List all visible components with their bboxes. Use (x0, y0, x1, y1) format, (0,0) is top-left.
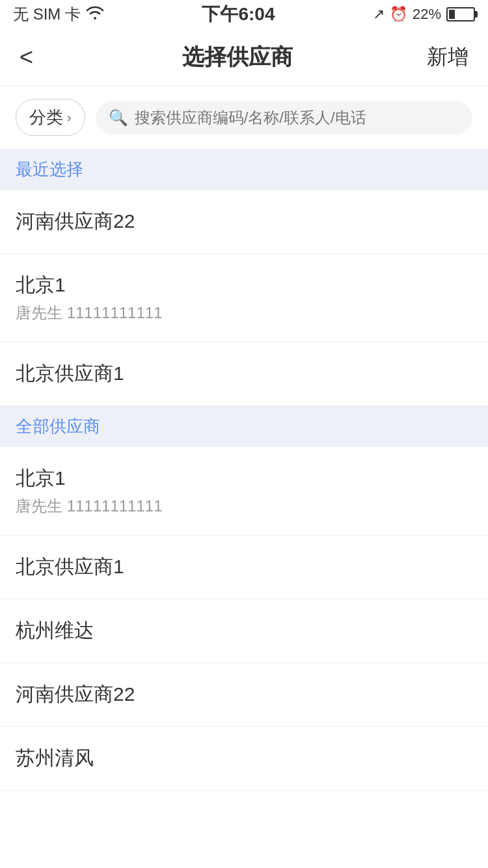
item-name: 北京1 (16, 465, 472, 492)
list-item[interactable]: 河南供应商22 (0, 663, 488, 727)
category-label: 分类 (29, 106, 63, 129)
battery-percent: 22% (413, 6, 441, 23)
list-item[interactable]: 苏州清风 (0, 727, 488, 791)
battery-icon (446, 7, 475, 21)
status-right: ↗ ⏰ 22% (373, 6, 475, 23)
item-name: 北京供应商1 (16, 360, 472, 387)
search-icon: 🔍 (109, 109, 128, 127)
add-button[interactable]: 新增 (416, 43, 468, 72)
list-item[interactable]: 北京1唐先生 11111111111 (0, 447, 488, 536)
all-items-list: 北京1唐先生 11111111111北京供应商1杭州维达河南供应商22苏州清风 (0, 447, 488, 791)
item-sub: 唐先生 11111111111 (16, 496, 472, 517)
item-name: 苏州清风 (16, 745, 472, 772)
search-box[interactable]: 🔍 (96, 101, 472, 135)
nav-bar: < 选择供应商 新增 (0, 29, 488, 86)
list-item[interactable]: 北京供应商1 (0, 342, 488, 406)
list-item[interactable]: 北京1唐先生 11111111111 (0, 254, 488, 342)
alarm-icon: ⏰ (390, 6, 407, 23)
recent-section-header: 最近选择 (0, 149, 488, 190)
list-item[interactable]: 杭州维达 (0, 599, 488, 663)
item-name: 河南供应商22 (16, 681, 472, 708)
chevron-right-icon: › (67, 110, 72, 125)
recent-items-list: 河南供应商22北京1唐先生 11111111111北京供应商1 (0, 190, 488, 406)
sim-status: 无 SIM 卡 (13, 4, 81, 25)
item-name: 杭州维达 (16, 617, 472, 644)
list-item[interactable]: 北京供应商1 (0, 536, 488, 599)
status-bar: 无 SIM 卡 下午6:04 ↗ ⏰ 22% (0, 0, 488, 29)
back-button[interactable]: < (20, 44, 59, 71)
recent-section-title: 最近选择 (16, 159, 83, 179)
category-button[interactable]: 分类 › (16, 99, 85, 136)
wifi-icon (86, 5, 104, 23)
all-section-header: 全部供应商 (0, 406, 488, 447)
search-input[interactable] (135, 109, 459, 127)
page-title: 选择供应商 (182, 42, 293, 72)
all-section-title: 全部供应商 (16, 416, 100, 436)
item-name: 河南供应商22 (16, 208, 472, 235)
status-time: 下午6:04 (202, 2, 275, 27)
status-left: 无 SIM 卡 (13, 4, 104, 25)
location-icon: ↗ (373, 6, 385, 23)
item-sub: 唐先生 11111111111 (16, 303, 472, 323)
item-name: 北京1 (16, 272, 472, 299)
list-item[interactable]: 河南供应商22 (0, 190, 488, 254)
filter-bar: 分类 › 🔍 (0, 86, 488, 149)
item-name: 北京供应商1 (16, 554, 472, 580)
